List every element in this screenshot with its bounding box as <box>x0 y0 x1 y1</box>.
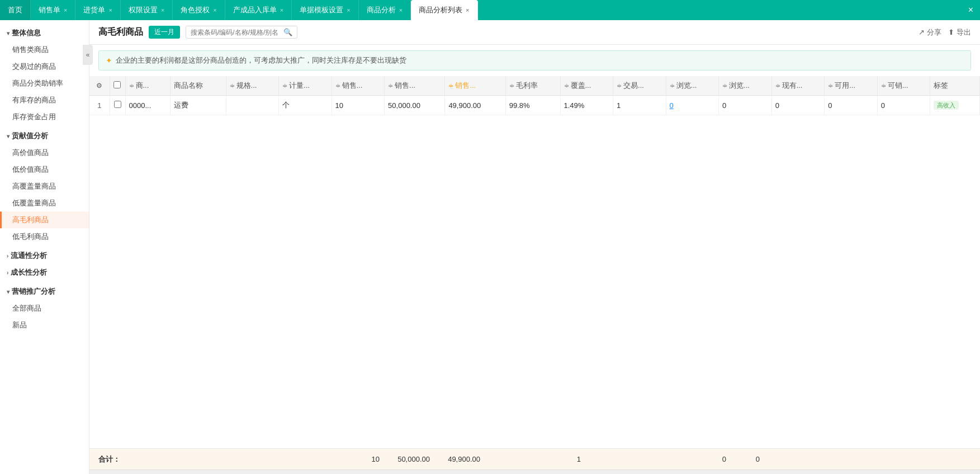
col-current-stock[interactable]: ≑现有... <box>771 76 825 96</box>
content-header: 高毛利商品 近一月 🔍 ↗ 分享 ⬆ 导出 <box>89 20 980 45</box>
share-button[interactable]: ↗ 分享 <box>919 27 941 37</box>
sidebar-group-liquidity[interactable]: › 流通性分析 <box>0 247 89 264</box>
sidebar-item-category-rate[interactable]: 商品分类助销率 <box>0 75 89 92</box>
info-banner: ✦ 企业的主要的利润都是这部分商品创造的，可考虑加大推广，同时关注库存是不要出现… <box>98 50 971 71</box>
row-gross-margin: 99.8% <box>505 96 560 115</box>
date-filter-button[interactable]: 近一月 <box>149 26 180 39</box>
row-tag: 高收入 <box>930 96 980 115</box>
close-icon[interactable]: × <box>280 7 283 13</box>
sidebar-item-sales-goods[interactable]: 销售类商品 <box>0 41 89 58</box>
sidebar-item-stock-capital[interactable]: 库存资金占用 <box>0 109 89 125</box>
sidebar-item-low-value[interactable]: 低价值商品 <box>0 161 89 178</box>
select-all-checkbox[interactable] <box>113 81 121 88</box>
row-coverage: 1.49% <box>560 96 613 115</box>
chevron-down-icon: ▾ <box>7 289 10 295</box>
main-layout: ▾ 整体信息 销售类商品 交易过的商品 商品分类助销率 有库存的商品 库存资金占… <box>0 20 980 474</box>
sidebar-item-high-margin[interactable]: 高毛利商品 <box>0 212 89 228</box>
close-icon[interactable]: × <box>108 7 112 13</box>
row-sales-profit: 49,900.00 <box>445 96 505 115</box>
close-icon[interactable]: × <box>64 7 67 13</box>
col-transactions[interactable]: ≑交易... <box>613 76 666 96</box>
close-all-button[interactable]: × <box>962 5 980 15</box>
sidebar-item-high-value[interactable]: 高价值商品 <box>0 144 89 161</box>
col-coverage[interactable]: ≑覆盖... <box>560 76 613 96</box>
page-title: 高毛利商品 <box>98 26 143 38</box>
share-icon: ↗ <box>919 28 925 36</box>
col-browse1[interactable]: ≑浏览... <box>666 76 719 96</box>
search-input[interactable] <box>191 29 283 36</box>
row-current-stock: 0 <box>771 96 825 115</box>
nav-product-analysis-list[interactable]: 商品分析列表 × <box>411 0 477 20</box>
col-spec[interactable]: ≑规格... <box>226 76 279 96</box>
footer-available-stock: 0 <box>702 455 735 463</box>
search-box: 🔍 <box>186 26 297 39</box>
nav-product-storage[interactable]: 产成品入库单 × <box>225 0 292 20</box>
sidebar-item-low-coverage[interactable]: 低覆盖量商品 <box>0 195 89 212</box>
row-name: 运费 <box>171 96 226 115</box>
footer-transactions: 1 <box>556 455 590 463</box>
export-button[interactable]: ⬆ 导出 <box>948 27 971 37</box>
col-checkbox[interactable] <box>110 76 125 96</box>
col-sales-qty[interactable]: ≑销售... <box>332 76 385 96</box>
row-browse2: 0 <box>719 96 772 115</box>
col-gross-margin[interactable]: ≑毛利率 <box>505 76 560 96</box>
table-container[interactable]: ⚙ ≑商... 商品名称 ≑规格... ≑计量... ≑销售... ≑销售...… <box>89 76 980 448</box>
row-code: 0000... <box>125 96 171 115</box>
row-sellable-stock: 0 <box>877 96 930 115</box>
nav-sales-order[interactable]: 销售单 × <box>31 0 75 20</box>
row-sales-amount: 50,000.00 <box>385 96 445 115</box>
sidebar-item-low-margin[interactable]: 低毛利商品 <box>0 228 89 245</box>
col-code[interactable]: ≑商... <box>125 76 171 96</box>
horizontal-scrollbar[interactable] <box>89 470 980 474</box>
export-icon: ⬆ <box>948 28 954 36</box>
chevron-down-icon: ▾ <box>7 133 10 139</box>
footer-sellable-stock: 0 <box>735 455 769 463</box>
nav-product-analysis[interactable]: 商品分析 × <box>359 0 411 20</box>
nav-purchase-order[interactable]: 进货单 × <box>75 0 120 20</box>
col-sellable-stock[interactable]: ≑可销... <box>877 76 930 96</box>
sidebar-item-traded-goods[interactable]: 交易过的商品 <box>0 58 89 75</box>
close-icon[interactable]: × <box>161 7 164 13</box>
row-sales-qty: 10 <box>332 96 385 115</box>
sidebar-collapse-button[interactable]: « <box>83 45 93 65</box>
nav-permission-settings[interactable]: 权限设置 × <box>121 0 173 20</box>
content-area: 高毛利商品 近一月 🔍 ↗ 分享 ⬆ 导出 ✦ 企业的主要的利润都是这部分商品创… <box>89 20 980 474</box>
sidebar-item-in-stock-goods[interactable]: 有库存的商品 <box>0 92 89 109</box>
row-select-checkbox[interactable] <box>114 101 121 108</box>
col-sales-amount[interactable]: ≑销售... <box>385 76 445 96</box>
footer-sales-amount: 50,000.00 <box>389 455 439 463</box>
top-navigation: 首页 销售单 × 进货单 × 权限设置 × 角色授权 × 产成品入库单 × 单据… <box>0 0 980 20</box>
chevron-right-icon: › <box>7 270 8 276</box>
sidebar-group-contribution[interactable]: ▾ 贡献值分析 <box>0 128 89 144</box>
col-settings[interactable]: ⚙ <box>89 76 110 96</box>
row-checkbox[interactable] <box>110 96 125 115</box>
nav-role-auth[interactable]: 角色授权 × <box>173 0 225 20</box>
col-unit[interactable]: ≑计量... <box>279 76 332 96</box>
sidebar-group-growth[interactable]: › 成长性分析 <box>0 264 89 281</box>
col-sales-profit[interactable]: ≑销售... <box>445 76 505 96</box>
sidebar-group-overall[interactable]: ▾ 整体信息 <box>0 25 89 41</box>
sidebar-item-high-coverage[interactable]: 高覆盖量商品 <box>0 178 89 195</box>
table-row: 1 0000... 运费 个 10 50,000.00 49,900.00 99… <box>89 96 980 115</box>
footer-sales-qty: 10 <box>349 455 389 463</box>
close-icon[interactable]: × <box>347 7 350 13</box>
close-icon[interactable]: × <box>399 7 403 13</box>
chevron-down-icon: ▾ <box>7 30 10 36</box>
sidebar-item-all-goods[interactable]: 全部商品 <box>0 300 89 317</box>
nav-template-settings[interactable]: 单据模板设置 × <box>292 0 358 20</box>
search-icon[interactable]: 🔍 <box>283 28 292 36</box>
table-header-row: ⚙ ≑商... 商品名称 ≑规格... ≑计量... ≑销售... ≑销售...… <box>89 76 980 96</box>
sidebar-group-marketing[interactable]: ▾ 营销推广分析 <box>0 283 89 300</box>
close-icon[interactable]: × <box>466 7 469 13</box>
col-tag: 标签 <box>930 76 980 96</box>
footer-label: 合计： <box>98 454 120 464</box>
sidebar-item-new-goods[interactable]: 新品 <box>0 317 89 334</box>
data-table: ⚙ ≑商... 商品名称 ≑规格... ≑计量... ≑销售... ≑销售...… <box>89 76 980 115</box>
close-icon[interactable]: × <box>213 7 216 13</box>
chevron-right-icon: › <box>7 253 8 259</box>
col-browse2[interactable]: ≑浏览... <box>719 76 772 96</box>
nav-home[interactable]: 首页 <box>0 0 31 20</box>
header-actions: ↗ 分享 ⬆ 导出 <box>919 27 971 37</box>
col-available-stock[interactable]: ≑可用... <box>825 76 878 96</box>
row-browse1[interactable]: 0 <box>666 96 719 115</box>
